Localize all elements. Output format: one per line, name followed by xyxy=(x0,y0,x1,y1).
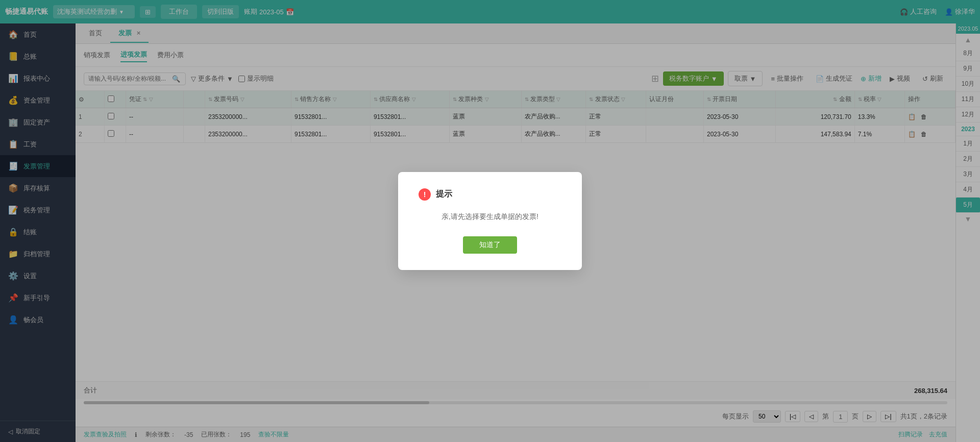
warning-icon: ! xyxy=(419,188,431,201)
modal-title-area: ! 提示 xyxy=(419,188,561,201)
modal-ok-button[interactable]: 知道了 xyxy=(463,236,517,254)
modal-footer: 知道了 xyxy=(419,236,561,254)
modal-title-text: 提示 xyxy=(436,189,452,200)
modal-box: ! 提示 亲,请先选择要生成单据的发票! 知道了 xyxy=(398,172,582,270)
modal-message: 亲,请先选择要生成单据的发票! xyxy=(419,211,561,222)
modal-overlay: ! 提示 亲,请先选择要生成单据的发票! 知道了 xyxy=(0,0,980,442)
